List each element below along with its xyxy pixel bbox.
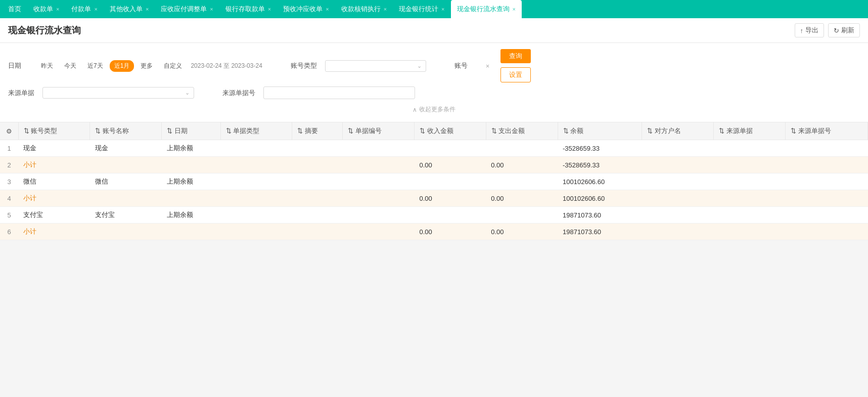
cell-accountType: 微信: [18, 173, 90, 190]
sort-icon-doc-no: ⇅: [348, 127, 353, 135]
table-row: 1现金现金上期余额-3528659.33: [0, 140, 868, 157]
export-button[interactable]: ↑ 导出: [795, 23, 825, 37]
close-tab-6-icon[interactable]: ×: [384, 0, 387, 18]
date-more[interactable]: 更多: [136, 60, 157, 72]
account-more-icon[interactable]: ×: [483, 62, 493, 70]
cell-date: [162, 190, 221, 207]
date-range-display: 2023-02-24 至 2023-03-24: [191, 62, 262, 70]
cell-row-num: 3: [0, 173, 18, 190]
close-tab-1-icon[interactable]: ×: [94, 0, 97, 18]
filter-row-source: 来源单据 ⌄ 来源单据号: [8, 86, 860, 99]
date-1month[interactable]: 近1月: [110, 60, 134, 72]
th-balance[interactable]: ⇅ 余额: [558, 122, 642, 140]
cell-row-num: 2: [0, 157, 18, 173]
cell-docNo: [343, 157, 415, 173]
table-row: 5支付宝支付宝上期余额19871073.60: [0, 207, 868, 224]
sort-icon-source-doc: ⇅: [719, 127, 724, 135]
cell-expense: 0.00: [486, 157, 558, 173]
date-7days[interactable]: 近7天: [83, 60, 108, 72]
th-doc-type[interactable]: ⇅ 单据类型: [220, 122, 292, 140]
date-custom[interactable]: 自定义: [159, 60, 187, 72]
cell-summary: [292, 207, 343, 224]
close-tab-2-icon[interactable]: ×: [146, 0, 149, 18]
th-source-doc-no[interactable]: ⇅ 来源单据号: [786, 122, 868, 140]
cell-counterparty: [642, 173, 714, 190]
close-tab-0-icon[interactable]: ×: [56, 0, 59, 18]
cell-sourceDocNo: [786, 157, 868, 173]
cell-counterparty: [642, 140, 714, 157]
th-expense[interactable]: ⇅ 支出金额: [486, 122, 558, 140]
th-account-name[interactable]: ⇅ 账号名称: [90, 122, 162, 140]
close-tab-7-icon[interactable]: ×: [441, 0, 444, 18]
cell-sourceDoc: [714, 207, 786, 224]
sort-icon-account-type: ⇅: [24, 127, 29, 135]
export-icon: ↑: [800, 27, 804, 34]
sort-icon-income: ⇅: [420, 127, 425, 135]
nav-tab-yinhangcunkuan[interactable]: 银行存取款单 ×: [219, 0, 277, 18]
cell-counterparty: [642, 157, 714, 173]
source-doc-num-input[interactable]: [263, 86, 415, 99]
cell-income: [414, 207, 486, 224]
source-doc-label: 来源单据: [8, 89, 34, 98]
nav-tab-shoukuandan[interactable]: 收款单 ×: [27, 0, 65, 18]
gear-icon: ⚙: [6, 127, 12, 135]
cell-accountName: [90, 190, 162, 207]
cell-sourceDoc: [714, 190, 786, 207]
date-today[interactable]: 今天: [60, 60, 81, 72]
settings-button[interactable]: 设置: [500, 67, 531, 82]
account-type-chevron-icon: ⌄: [417, 63, 422, 69]
sort-icon-source-doc-no: ⇅: [791, 127, 796, 135]
sort-icon-account-name: ⇅: [95, 127, 101, 135]
cell-sourceDoc: [714, 140, 786, 157]
th-gear[interactable]: ⚙: [0, 122, 18, 140]
refresh-button[interactable]: ↻ 刷新: [828, 23, 860, 37]
cell-accountType: 现金: [18, 140, 90, 157]
cell-counterparty: [642, 190, 714, 207]
cell-summary: [292, 173, 343, 190]
cell-docType: [220, 207, 292, 224]
account-type-label: 账号类型: [291, 61, 317, 70]
table-header: ⚙ ⇅ 账号类型 ⇅ 账号名称 ⇅ 日期 ⇅ 单据类型: [0, 122, 868, 140]
nav-home[interactable]: 首页: [2, 0, 27, 18]
close-tab-5-icon[interactable]: ×: [326, 0, 329, 18]
th-summary[interactable]: ⇅ 摘要: [292, 122, 343, 140]
cell-summary: [292, 140, 343, 157]
cell-date: [162, 157, 221, 173]
cell-income: 0.00: [414, 157, 486, 173]
nav-tab-liushui[interactable]: 现金银行流水查询 ×: [451, 0, 522, 18]
sort-icon-expense: ⇅: [491, 127, 497, 135]
close-tab-8-icon[interactable]: ×: [513, 0, 516, 18]
cell-docNo: [343, 173, 415, 190]
account-type-select[interactable]: ⌄: [325, 60, 426, 72]
th-source-doc[interactable]: ⇅ 来源单据: [714, 122, 786, 140]
data-table-container: ⚙ ⇅ 账号类型 ⇅ 账号名称 ⇅ 日期 ⇅ 单据类型: [0, 122, 868, 240]
collapse-button[interactable]: ∧ 收起更多条件: [8, 103, 860, 116]
query-button[interactable]: 查询: [500, 49, 531, 63]
th-account-type[interactable]: ⇅ 账号类型: [18, 122, 90, 140]
cell-sourceDocNo: [786, 173, 868, 190]
nav-tab-fukuandan[interactable]: 付款单 ×: [65, 0, 103, 18]
cell-docType: [220, 173, 292, 190]
date-yesterday[interactable]: 昨天: [36, 60, 58, 72]
cell-accountType: 小计: [18, 190, 90, 207]
cell-accountName: 现金: [90, 140, 162, 157]
refresh-icon: ↻: [834, 27, 839, 34]
th-counterparty[interactable]: ⇅ 对方户名: [642, 122, 714, 140]
nav-tab-shoukuanhexiao[interactable]: 收款核销执行 ×: [335, 0, 393, 18]
nav-tab-xianjintongjj[interactable]: 现金银行统计 ×: [393, 0, 450, 18]
nav-tab-yingshouyingfu[interactable]: 应收应付调整单 ×: [155, 0, 219, 18]
th-date[interactable]: ⇅ 日期: [162, 122, 221, 140]
close-tab-4-icon[interactable]: ×: [268, 0, 271, 18]
account-label: 账号: [454, 61, 475, 70]
cell-accountType: 小计: [18, 224, 90, 240]
table-body: 1现金现金上期余额-3528659.332小计0.000.00-3528659.…: [0, 140, 868, 240]
nav-tab-qitashouru[interactable]: 其他收入单 ×: [104, 0, 155, 18]
close-tab-3-icon[interactable]: ×: [210, 0, 213, 18]
sort-icon-balance: ⇅: [563, 127, 569, 135]
source-doc-select[interactable]: ⌄: [42, 87, 194, 99]
cell-income: 0.00: [414, 190, 486, 207]
th-income[interactable]: ⇅ 收入金额: [414, 122, 486, 140]
nav-tab-yushou[interactable]: 预收冲应收单 ×: [277, 0, 335, 18]
cell-docType: [220, 224, 292, 240]
th-doc-no[interactable]: ⇅ 单据编号: [343, 122, 415, 140]
